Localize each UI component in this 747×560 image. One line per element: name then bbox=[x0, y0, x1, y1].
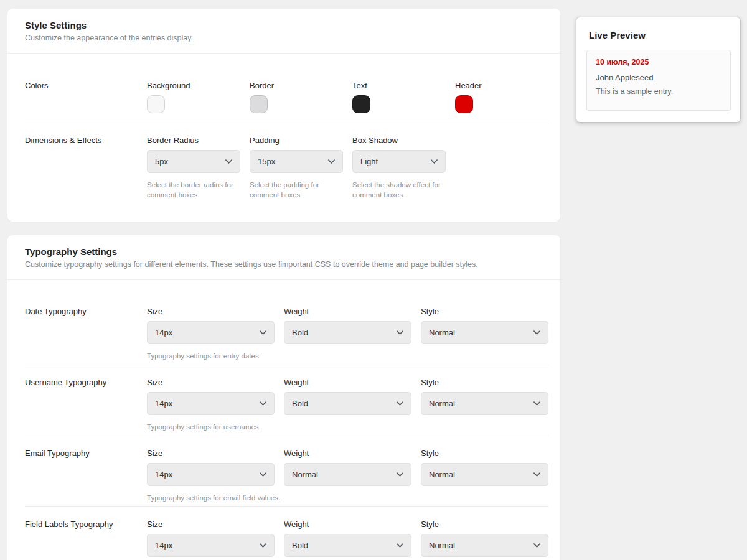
field-labels-weight-select[interactable]: Bold bbox=[284, 534, 411, 557]
preview-entry-username: John Appleseed bbox=[596, 73, 721, 82]
divider bbox=[7, 279, 560, 280]
header-label: Header bbox=[455, 81, 482, 91]
divider bbox=[7, 53, 560, 54]
padding-group: Padding 15px Select the padding for comm… bbox=[250, 136, 348, 200]
username-typography-label: Username Typography bbox=[25, 378, 106, 388]
style-label: Style bbox=[421, 449, 548, 459]
chevron-down-icon bbox=[397, 543, 403, 548]
field-labels-weight-value: Bold bbox=[292, 541, 308, 550]
chevron-down-icon bbox=[533, 401, 540, 406]
typography-settings-title: Typography Settings bbox=[25, 246, 117, 257]
border-radius-label: Border Radius bbox=[147, 136, 245, 146]
chevron-down-icon bbox=[533, 472, 540, 477]
divider bbox=[25, 124, 548, 124]
chevron-down-icon bbox=[397, 401, 403, 406]
email-typography-help: Typography settings for email field valu… bbox=[147, 493, 280, 503]
box-shadow-help: Select the shadow effect for comment box… bbox=[352, 180, 451, 200]
date-weight-value: Bold bbox=[292, 328, 308, 337]
divider bbox=[25, 365, 548, 365]
divider bbox=[25, 436, 548, 436]
live-preview-card: Live Preview 10 июля, 2025 John Applesee… bbox=[576, 17, 741, 123]
text-color-group: Text bbox=[352, 81, 370, 113]
date-size-select[interactable]: 14px bbox=[147, 321, 275, 344]
date-style-value: Normal bbox=[429, 328, 455, 337]
chevron-down-icon bbox=[260, 472, 266, 477]
date-typography-label: Date Typography bbox=[25, 307, 87, 317]
username-size-select[interactable]: 14px bbox=[147, 392, 275, 415]
background-color-group: Background bbox=[147, 81, 190, 113]
border-label: Border bbox=[250, 81, 274, 91]
weight-label: Weight bbox=[284, 520, 411, 530]
field-labels-size-select[interactable]: 14px bbox=[147, 534, 275, 557]
chevron-down-icon bbox=[397, 472, 403, 477]
email-weight-value: Normal bbox=[292, 470, 318, 479]
preview-entry-date: 10 июля, 2025 bbox=[596, 58, 721, 67]
style-settings-title: Style Settings bbox=[25, 20, 87, 30]
padding-help: Select the padding for comment boxes. bbox=[250, 180, 348, 200]
field-labels-style-value: Normal bbox=[429, 541, 455, 550]
size-label: Size bbox=[147, 378, 275, 388]
header-color-group: Header bbox=[455, 81, 482, 113]
username-typography-help: Typography settings for usernames. bbox=[147, 422, 275, 432]
size-label: Size bbox=[147, 449, 280, 459]
email-style-select[interactable]: Normal bbox=[421, 463, 548, 486]
chevron-down-icon bbox=[397, 330, 403, 335]
padding-select[interactable]: 15px bbox=[250, 150, 343, 173]
date-typography-help: Typography settings for entry dates. bbox=[147, 351, 275, 361]
chevron-down-icon bbox=[431, 159, 438, 164]
style-settings-subtitle: Customize the appearance of the entries … bbox=[25, 34, 193, 42]
username-style-value: Normal bbox=[429, 399, 455, 408]
email-typography-label: Email Typography bbox=[25, 449, 90, 459]
email-size-select[interactable]: 14px bbox=[147, 463, 275, 486]
box-shadow-label: Box Shadow bbox=[352, 136, 451, 146]
typography-settings-subtitle: Customize typography settings for differ… bbox=[25, 260, 478, 269]
text-color-swatch[interactable] bbox=[352, 95, 370, 113]
border-radius-value: 5px bbox=[155, 157, 168, 166]
field-labels-style-select[interactable]: Normal bbox=[421, 534, 548, 557]
chevron-down-icon bbox=[533, 330, 540, 335]
chevron-down-icon bbox=[260, 401, 266, 406]
field-labels-size-value: 14px bbox=[155, 541, 172, 550]
text-label: Text bbox=[352, 81, 370, 91]
chevron-down-icon bbox=[533, 543, 540, 548]
preview-entry-text: This is a sample entry. bbox=[596, 87, 721, 96]
date-style-select[interactable]: Normal bbox=[421, 321, 548, 344]
header-color-swatch[interactable] bbox=[455, 95, 473, 113]
typography-settings-card: Typography Settings Customize typography… bbox=[7, 235, 560, 560]
divider bbox=[25, 506, 548, 507]
live-preview-title: Live Preview bbox=[589, 30, 646, 40]
weight-label: Weight bbox=[284, 378, 411, 388]
username-size-value: 14px bbox=[155, 399, 172, 408]
weight-label: Weight bbox=[284, 307, 411, 317]
email-weight-select[interactable]: Normal bbox=[284, 463, 411, 486]
style-settings-card: Style Settings Customize the appearance … bbox=[7, 9, 560, 222]
username-weight-value: Bold bbox=[292, 399, 308, 408]
style-label: Style bbox=[421, 520, 548, 530]
chevron-down-icon bbox=[260, 543, 266, 548]
background-color-swatch[interactable] bbox=[147, 95, 165, 113]
email-style-value: Normal bbox=[429, 470, 455, 479]
date-weight-select[interactable]: Bold bbox=[284, 321, 411, 344]
chevron-down-icon bbox=[225, 159, 232, 164]
background-label: Background bbox=[147, 81, 190, 91]
border-color-swatch[interactable] bbox=[250, 95, 268, 113]
border-color-group: Border bbox=[250, 81, 274, 113]
box-shadow-select[interactable]: Light bbox=[352, 150, 446, 173]
field-labels-typography-label: Field Labels Typography bbox=[25, 520, 113, 530]
size-label: Size bbox=[147, 520, 275, 530]
border-radius-group: Border Radius 5px Select the border radi… bbox=[147, 136, 245, 200]
border-radius-help: Select the border radius for comment box… bbox=[147, 180, 245, 200]
dimensions-row-label: Dimensions & Effects bbox=[25, 136, 101, 146]
border-radius-select[interactable]: 5px bbox=[147, 150, 240, 173]
box-shadow-group: Box Shadow Light Select the shadow effec… bbox=[352, 136, 451, 200]
preview-entry-box: 10 июля, 2025 John Appleseed This is a s… bbox=[586, 50, 731, 111]
weight-label: Weight bbox=[284, 449, 411, 459]
chevron-down-icon bbox=[328, 159, 335, 164]
username-weight-select[interactable]: Bold bbox=[284, 392, 411, 415]
box-shadow-value: Light bbox=[360, 157, 378, 166]
style-label: Style bbox=[421, 307, 548, 317]
padding-value: 15px bbox=[258, 157, 275, 166]
colors-row-label: Colors bbox=[25, 81, 49, 91]
username-style-select[interactable]: Normal bbox=[421, 392, 548, 415]
date-size-value: 14px bbox=[155, 328, 172, 337]
